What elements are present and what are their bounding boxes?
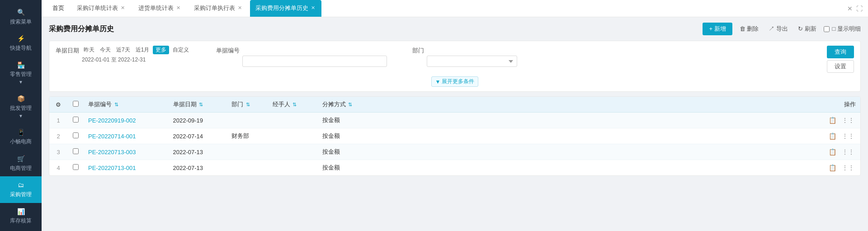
row-checkbox-cell (67, 128, 84, 144)
row-checkbox[interactable] (73, 132, 79, 138)
row-checkbox[interactable] (73, 148, 79, 154)
row-dept-cell: 财务部 (227, 128, 268, 144)
delete-button[interactable]: 🗑 删除 (737, 23, 762, 35)
sidebar-item-purchase[interactable]: 🗂 采购管理 (0, 176, 42, 203)
sidebar-item-mini[interactable]: 📱 小畅电商 (0, 124, 42, 150)
inventory-icon: 📊 (17, 207, 25, 217)
row-doc-date-cell: 2022-07-13 (169, 160, 227, 176)
row-checkbox-cell (67, 113, 84, 128)
close-all-icon[interactable]: ✕ (847, 5, 853, 12)
dept-filter-group: 部门 (412, 46, 517, 67)
dept-select[interactable] (427, 56, 517, 67)
th-dept[interactable]: 部门 ⇅ (227, 97, 268, 113)
table-header-row: ⚙ 单据编号 ⇅ 单据日期 ⇅ 部门 (49, 97, 860, 113)
row-actions-cell: 📋 ⋮⋮ (804, 160, 860, 176)
row-checkbox[interactable] (73, 117, 79, 123)
page-header: 采购费用分摊单历史 + 新增 🗑 删除 ↗ 导出 ↻ 刷新 □ 显示明细 (49, 23, 861, 35)
main-area: 首页 采购订单统计表 ✕ 进货单统计表 ✕ 采购订单执行表 ✕ 采购费用分摊单历… (42, 0, 868, 231)
th-doc-date[interactable]: 单据日期 ⇅ (169, 97, 227, 113)
edit-icon[interactable]: 📋 (827, 147, 838, 156)
ecommerce-icon: 🛒 (17, 155, 25, 164)
query-button[interactable]: 查询 (827, 46, 854, 58)
row-actions-cell: 📋 ⋮⋮ (804, 128, 860, 144)
date-range-display: 2022-01-01 至 2022-12-31 (82, 56, 191, 64)
sidebar-item-finance[interactable]: 💰 资金管理 (0, 229, 42, 231)
th-doc-num[interactable]: 单据编号 ⇅ (84, 97, 169, 113)
table-container: ⚙ 单据编号 ⇅ 单据日期 ⇅ 部门 (49, 96, 861, 176)
table-row: 2 PE-20220714-001 2022-07-14 财务部 按金额 📋 ⋮… (49, 128, 860, 144)
doc-num-link[interactable]: PE-20220713-003 (88, 149, 136, 156)
show-cols-toggle[interactable]: □ 显示明细 (824, 25, 861, 33)
retail-icon: 🏪 (17, 61, 25, 70)
th-split-method[interactable]: 分摊方式 ⇅ (318, 97, 804, 113)
doc-num-link[interactable]: PE-20220714-001 (88, 133, 136, 140)
th-gear[interactable]: ⚙ (49, 97, 67, 113)
th-actions: 操作 (804, 97, 860, 113)
tab-close-purchase-cost-history[interactable]: ✕ (310, 5, 316, 11)
custom-btn[interactable]: 自定义 (171, 46, 191, 54)
chevron-down-icon: ▼ (435, 79, 441, 85)
sidebar: 🔍 搜索菜单 ⚡ 快捷导航 🏪 零售管理 ▼ 📦 批发管理 ▼ 📱 小畅电商 🛒… (0, 0, 42, 231)
row-doc-date-cell: 2022-07-14 (169, 128, 227, 144)
tab-home[interactable]: 首页 (47, 0, 70, 17)
row-doc-date-cell: 2022-09-19 (169, 113, 227, 128)
sort-icon-split: ⇅ (348, 102, 352, 107)
more-icon[interactable]: ⋮⋮ (840, 147, 856, 156)
sidebar-item-retail[interactable]: 🏪 零售管理 ▼ (0, 57, 42, 90)
edit-icon[interactable]: 📋 (827, 116, 838, 125)
th-handler[interactable]: 经手人 ⇅ (268, 97, 318, 113)
edit-icon[interactable]: 📋 (827, 163, 838, 172)
edit-icon[interactable]: 📋 (827, 132, 838, 141)
date-label: 单据日期 (56, 46, 79, 55)
settings-button[interactable]: 设置 (827, 60, 854, 73)
row-dept-cell (227, 113, 268, 128)
add-button[interactable]: + 新增 (703, 23, 732, 35)
export-button[interactable]: ↗ 导出 (766, 23, 791, 35)
expand-more-btn[interactable]: ▼ 展开更多条件 (431, 76, 479, 87)
tab-close-inbound-stats[interactable]: ✕ (175, 5, 181, 11)
more-icon[interactable]: ⋮⋮ (840, 116, 856, 125)
tab-close-purchase-order-exec[interactable]: ✕ (237, 5, 243, 11)
last1month-btn[interactable]: 近1月 (134, 46, 151, 54)
fullscreen-icon[interactable]: ⛶ (856, 5, 863, 12)
table-row: 1 PE-20220919-002 2022-09-19 按金额 📋 ⋮⋮ (49, 113, 860, 128)
sort-icon-handler: ⇅ (292, 102, 297, 107)
today-btn[interactable]: 今天 (98, 46, 113, 54)
tab-bar: 首页 采购订单统计表 ✕ 进货单统计表 ✕ 采购订单执行表 ✕ 采购费用分摊单历… (42, 0, 868, 17)
select-all-checkbox[interactable] (73, 101, 79, 107)
tab-purchase-order-exec[interactable]: 采购订单执行表 ✕ (189, 0, 248, 17)
tab-inbound-stats[interactable]: 进货单统计表 ✕ (133, 0, 187, 17)
sidebar-item-inventory[interactable]: 📊 库存核算 (0, 203, 42, 229)
row-doc-num-cell: PE-20220713-003 (84, 144, 169, 160)
doc-num-input[interactable] (242, 56, 387, 67)
sidebar-item-search[interactable]: 🔍 搜索菜单 (0, 4, 42, 30)
doc-num-link[interactable]: PE-20220713-001 (88, 165, 136, 171)
row-handler-cell (268, 144, 318, 160)
tab-bar-right: ✕ ⛶ (847, 5, 863, 12)
sidebar-item-wholesale[interactable]: 📦 批发管理 ▼ (0, 90, 42, 123)
tab-purchase-order-stats[interactable]: 采购订单统计表 ✕ (71, 0, 131, 17)
row-handler-cell (268, 160, 318, 176)
row-doc-date-cell: 2022-07-13 (169, 144, 227, 160)
refresh-button[interactable]: ↻ 刷新 (795, 23, 819, 35)
row-checkbox[interactable] (73, 164, 79, 170)
more-icon[interactable]: ⋮⋮ (840, 163, 856, 172)
sidebar-item-quick[interactable]: ⚡ 快捷导航 (0, 30, 42, 56)
row-checkbox-cell (67, 144, 84, 160)
row-actions-cell: 📋 ⋮⋮ (804, 113, 860, 128)
doc-num-link[interactable]: PE-20220919-002 (88, 117, 136, 124)
tab-purchase-cost-history[interactable]: 采购费用分摊单历史 ✕ (250, 0, 321, 17)
more-btn[interactable]: 更多 (153, 46, 169, 54)
dept-filter-content (427, 46, 517, 67)
row-doc-num-cell: PE-20220919-002 (84, 113, 169, 128)
row-num-cell: 3 (49, 144, 67, 160)
dept-label: 部门 (412, 46, 424, 55)
sidebar-item-ecommerce[interactable]: 🛒 电商管理 (0, 150, 42, 176)
row-num-cell: 1 (49, 113, 67, 128)
chevron-down-icon: ▼ (19, 113, 23, 119)
last7days-btn[interactable]: 近7天 (114, 46, 132, 54)
tab-close-purchase-order-stats[interactable]: ✕ (120, 5, 126, 11)
show-cols-checkbox[interactable] (824, 26, 830, 32)
more-icon[interactable]: ⋮⋮ (840, 132, 856, 141)
yesterday-btn[interactable]: 昨天 (82, 46, 96, 54)
